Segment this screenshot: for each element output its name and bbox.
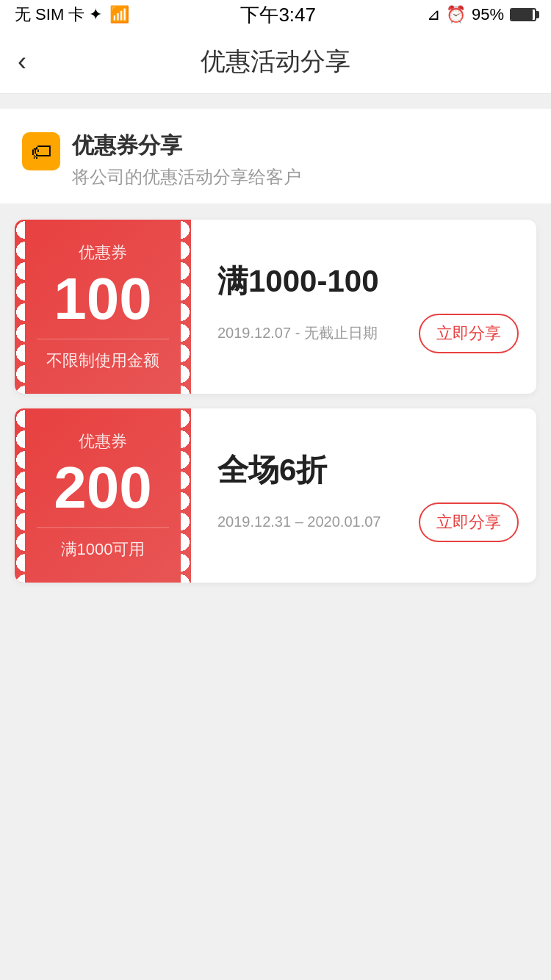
wifi-icon: 📶 bbox=[109, 5, 129, 24]
coupon-amount-2: 200 bbox=[54, 458, 151, 517]
coupon-meta-1: 2019.12.07 - 无截止日期 立即分享 bbox=[217, 314, 519, 353]
alarm-icon: ⏰ bbox=[446, 5, 466, 24]
section-header: 🏷 优惠券分享 将公司的优惠活动分享给客户 bbox=[0, 109, 551, 203]
coupon-meta-2: 2019.12.31 – 2020.01.07 立即分享 bbox=[217, 502, 519, 542]
coupon-amount-1: 100 bbox=[54, 270, 151, 328]
battery-label: 95% bbox=[472, 5, 504, 24]
status-time: 下午3:47 bbox=[240, 2, 316, 28]
nav-bar: ‹ 优惠活动分享 bbox=[0, 29, 551, 94]
coupon-name-1: 满1000-100 bbox=[217, 261, 519, 302]
coupon-date-1: 2019.12.07 - 无截止日期 bbox=[217, 323, 411, 343]
location-icon: ⊿ bbox=[427, 5, 440, 24]
share-button-1[interactable]: 立即分享 bbox=[419, 314, 519, 353]
coupon-share-icon: 🏷 bbox=[22, 132, 60, 170]
coupon-right-2: 全场6折 2019.12.31 – 2020.01.07 立即分享 bbox=[191, 408, 536, 583]
battery-icon bbox=[510, 8, 536, 21]
coupon-divider-2 bbox=[37, 527, 169, 528]
coupon-condition-1: 不限制使用金额 bbox=[46, 350, 159, 372]
coupon-list: 优惠券 100 不限制使用金额 满1000-100 2019.12.07 - 无… bbox=[0, 205, 551, 597]
coupon-card-1: 优惠券 100 不限制使用金额 满1000-100 2019.12.07 - 无… bbox=[15, 220, 536, 394]
status-right: ⊿ ⏰ 95% bbox=[427, 5, 536, 24]
sim-label: 无 SIM 卡 ✦ bbox=[15, 4, 102, 26]
coupon-type-2: 优惠券 bbox=[79, 430, 127, 453]
coupon-type-1: 优惠券 bbox=[79, 242, 127, 264]
section-title: 优惠券分享 bbox=[72, 131, 301, 161]
page-title: 优惠活动分享 bbox=[201, 45, 350, 79]
share-button-2[interactable]: 立即分享 bbox=[419, 502, 519, 542]
coupon-right-1: 满1000-100 2019.12.07 - 无截止日期 立即分享 bbox=[191, 220, 536, 394]
status-bar: 无 SIM 卡 ✦ 📶 下午3:47 ⊿ ⏰ 95% bbox=[0, 0, 551, 29]
coupon-card-2: 优惠券 200 满1000可用 全场6折 2019.12.31 – 2020.0… bbox=[15, 408, 536, 583]
coupon-condition-2: 满1000可用 bbox=[61, 538, 145, 561]
coupon-divider-1 bbox=[37, 339, 169, 339]
bottom-area bbox=[0, 597, 551, 965]
icon-emoji: 🏷 bbox=[31, 140, 51, 164]
coupon-left-1: 优惠券 100 不限制使用金额 bbox=[15, 220, 191, 394]
section-subtitle: 将公司的优惠活动分享给客户 bbox=[72, 165, 301, 189]
back-button[interactable]: ‹ bbox=[18, 46, 26, 77]
coupon-name-2: 全场6折 bbox=[217, 450, 519, 491]
coupon-left-2: 优惠券 200 满1000可用 bbox=[15, 408, 191, 583]
section-text: 优惠券分享 将公司的优惠活动分享给客户 bbox=[72, 131, 301, 189]
coupon-date-2: 2019.12.31 – 2020.01.07 bbox=[217, 514, 411, 530]
status-left: 无 SIM 卡 ✦ 📶 bbox=[15, 4, 129, 26]
